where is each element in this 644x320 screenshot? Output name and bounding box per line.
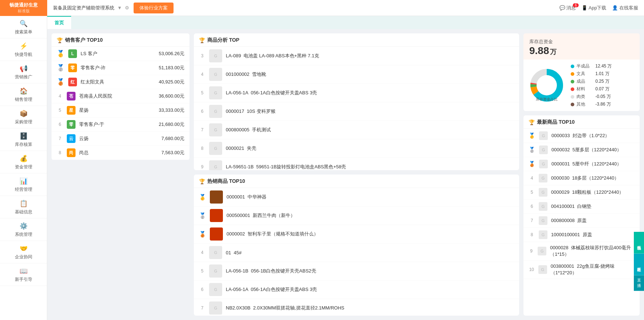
app-download-btn[interactable]: 📱 App下载 (582, 5, 606, 11)
sidebar-item-basics[interactable]: 📋 基础信息 (0, 196, 47, 218)
new-product-item: 4 G 0000030 18多层（1220*2440） (523, 171, 640, 185)
legend-name: 文具 (576, 71, 590, 77)
sidebar-item-sales[interactable]: 🏠 销售管理 (0, 83, 47, 106)
search-icon: 🔍 (20, 20, 28, 28)
cs-live-btn[interactable]: 直播 (634, 275, 644, 291)
legend-name: 成品 (576, 78, 590, 85)
tab-home-label: 首页 (54, 20, 64, 26)
new-product-img: G (539, 188, 547, 197)
sidebar-item-system[interactable]: ⚙️ 系统管理 (0, 218, 47, 241)
legend-color-dot (571, 65, 574, 68)
customer-name: 红太阳文具 (81, 79, 155, 85)
system-selector[interactable]: 装备及固定资产辅助管理系统 ▼ (53, 5, 122, 11)
col-mid: 🏆 商品分析 TOP 3 G LA-089 电池盖 LA-089 ABS本色+黑… (194, 33, 519, 316)
col-left: 🏆 销售客户 TOP10 🥇 L LS 客户 53,006.26元 🥈 零 零售… (52, 33, 189, 316)
customer-name: 苍南县人民医院 (79, 93, 155, 99)
new-product-info: 10000100001 原盖 (551, 231, 592, 238)
legend-value: -0.05 万 (595, 94, 611, 100)
sidebar-item-purchase[interactable]: 📦 采购管理 (0, 106, 47, 128)
sidebar-item-guide[interactable]: 📖 新手引导 (0, 263, 47, 286)
new-product-item: 7 G 000800008 原盖 (523, 214, 640, 228)
hot-item: 🥇 0000001 中华神器 (194, 188, 519, 206)
customer-name: LS 客户 (81, 50, 155, 57)
customer-badge: 红 (68, 78, 77, 86)
hot-item: 🥈 000500001 新西兰牛肉（新牛） (194, 206, 519, 225)
product-image-placeholder: G (209, 246, 222, 259)
legend-value: 1.01 万 (595, 71, 610, 77)
sidebar-item-marketing[interactable]: 📢 营销推广 (0, 61, 47, 83)
message-badge: 6 (573, 3, 579, 7)
new-product-item: 8 G 10000100001 原盖 (523, 228, 640, 242)
top-customers-card: 🏆 销售客户 TOP10 🥇 L LS 客户 53,006.26元 🥈 零 零售… (52, 33, 189, 160)
nav-tabs: 首页 (47, 16, 644, 29)
legend-name: 材料 (576, 86, 590, 92)
service-label: 在线客服 (619, 5, 638, 11)
sidebar-marketing-label: 营销推广 (15, 74, 32, 80)
customer-name: 星扬 (79, 107, 155, 114)
logo-line2: 标准版 (18, 8, 30, 14)
product-image-placeholder: G (209, 283, 222, 296)
trial-button[interactable]: 体验行业方案 (134, 3, 174, 13)
legend-name: 肉类 (576, 94, 590, 100)
customer-badge: 星 (67, 106, 76, 115)
content-area: 🏆 销售客户 TOP10 🥇 L LS 客户 53,006.26元 🥈 零 零售… (47, 29, 644, 320)
gear-icon[interactable]: ⚙ (125, 5, 129, 11)
rank-number: 9 (529, 249, 534, 254)
rank-number: 7 (57, 136, 63, 141)
sidebar-finance-label: 资金管理 (15, 164, 32, 170)
rank-item: 6 零 零售客户-于 21,680.00元 (52, 118, 189, 132)
new-product-item: 6 G 004100001 白钢垫 (523, 200, 640, 214)
new-product-info: 0000032 5厘多层（1220*2440） (551, 147, 621, 153)
online-service-btn[interactable]: 👤 在线客服 (612, 5, 638, 11)
analysis-item: 8 G 0000021 夹壳 (194, 139, 519, 158)
product-image-placeholder: G (209, 301, 222, 315)
dropdown-icon[interactable]: ▼ (117, 5, 122, 11)
legend-value: -3.86 万 (595, 101, 611, 107)
new-product-info: 0000031 5厘中纤（1220*2440） (551, 161, 621, 167)
medal-silver-icon: 🥈 (529, 147, 535, 153)
cs-hotline-btn[interactable]: 客服热线 (634, 232, 644, 254)
sidebar-item-enterprise[interactable]: 🤝 企业协同 (0, 241, 47, 263)
sidebar-item-search[interactable]: 🔍 搜索菜单 (0, 16, 47, 38)
analysis-product-info: LA-056-1A 056-1A白色按键开关盖ABS 3壳 (226, 90, 317, 96)
tab-home[interactable]: 首页 (47, 16, 71, 29)
customer-badge: 零 (68, 63, 77, 72)
logo: 畅捷通好生意 标准版 (0, 0, 47, 16)
medal-gold-icon: 🥇 (529, 132, 535, 139)
sidebar-item-inventory[interactable]: 🗄️ 库存核算 (0, 128, 47, 151)
cs-community-btn[interactable]: 服务社区 (634, 254, 644, 275)
rank-number: 7 (529, 218, 535, 223)
customer-value: 33,333.00元 (159, 107, 184, 114)
rank-number: 6 (199, 287, 205, 292)
message-btn[interactable]: 💬 消息 6 (559, 5, 576, 11)
new-product-item: 10 G 003800001 22g鱼豆腐-烧烤味（1*12*20） (523, 260, 640, 279)
customer-value: 21,680.00元 (159, 121, 184, 128)
customer-badge: 零 (67, 120, 76, 129)
sidebar-item-operations[interactable]: 📊 经营管理 (0, 173, 47, 196)
legend-value: 12.45 万 (595, 63, 612, 69)
basics-icon: 📋 (20, 200, 28, 208)
hot-products-title: 🏆 热销商品 TOP10 (194, 175, 519, 188)
hot-products-label: 热销商品 TOP10 (207, 178, 245, 185)
trophy-icon2: 🏆 (199, 37, 205, 43)
operations-icon: 📊 (20, 177, 28, 185)
donut-section: 库存资金占比 半成品 12.45 万 文具 1.01 万 成品 0.25 万 材… (523, 60, 640, 111)
analysis-product-info: 0000021 夹壳 (226, 145, 256, 152)
rank-number: 4 (199, 250, 205, 255)
purchase-icon: 📦 (20, 110, 28, 118)
new-product-img: G (539, 202, 547, 211)
customer-value: 51,183.00元 (159, 65, 184, 71)
legend-color-dot (571, 72, 574, 76)
rank-number: 7 (199, 305, 205, 311)
hot-item: 5 G LA-056-1B 056-1B白色按键开关壳ABS2壳 (194, 262, 519, 280)
new-product-info: 000800008 原盖 (551, 217, 587, 224)
sidebar-item-finance[interactable]: 💰 资金管理 (0, 151, 47, 173)
rank-number: 4 (529, 176, 535, 181)
sidebar-item-quicknav[interactable]: ⚡ 快捷导航 (0, 38, 47, 61)
topbar: 畅捷通好生意 标准版 装备及固定资产辅助管理系统 ▼ ⚙ 体验行业方案 💬 消息… (0, 0, 644, 16)
new-product-item: 5 G 0000029 18颗粒板（1220*2440） (523, 185, 640, 200)
customer-badge: 尚 (67, 148, 76, 157)
customer-name: 尚总 (79, 149, 158, 156)
new-product-info: 0000033 封边带（1.0*22） (551, 132, 610, 139)
rank-number: 10 (529, 267, 535, 272)
